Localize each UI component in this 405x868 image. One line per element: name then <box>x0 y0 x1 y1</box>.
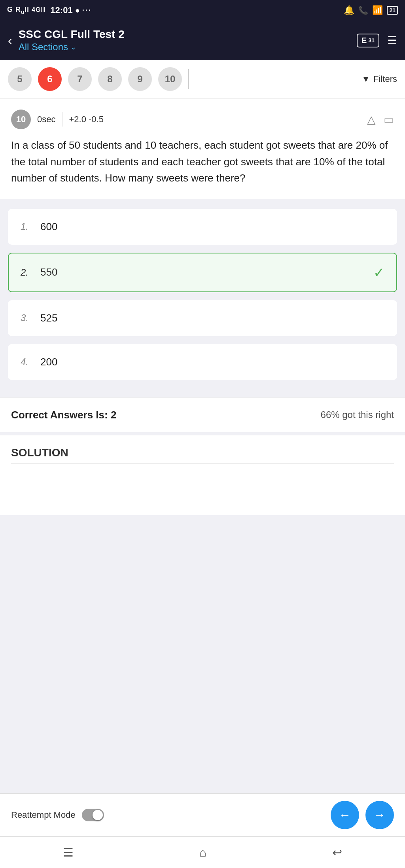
filter-icon: ▼ <box>361 74 370 84</box>
nav-divider <box>188 69 189 89</box>
filter-label: Filters <box>373 74 397 84</box>
phone-icon: 📞 <box>358 6 368 15</box>
system-nav-bar: ☰ ⌂ ↩ <box>0 836 405 868</box>
option-1[interactable]: 1. 600 <box>8 209 397 245</box>
option-4-num: 4. <box>21 356 32 367</box>
reattempt-toggle[interactable] <box>82 809 104 821</box>
question-number-badge: 10 <box>11 110 31 129</box>
q-nav-label: 6 <box>47 74 52 85</box>
option-3-num: 3. <box>21 312 32 323</box>
correct-answer-stat: 66% got this right <box>321 409 394 420</box>
sys-menu-icon[interactable]: ☰ <box>63 845 74 859</box>
option-3-text: 525 <box>40 312 384 324</box>
question-meta: 10 0sec +2.0 -0.5 △ ▭ <box>11 110 394 129</box>
alert-icon[interactable]: △ <box>367 113 376 126</box>
header-title-section: SSC CGL Full Test 2 All Sections ⌄ <box>19 28 350 53</box>
meta-divider <box>62 112 62 127</box>
option-3[interactable]: 3. 525 <box>8 300 397 336</box>
correct-answer-label: Correct Answers Is: 2 <box>11 409 116 421</box>
question-nav-item-9[interactable]: 9 <box>128 67 152 91</box>
reattempt-label: Reattempt Mode <box>11 810 76 820</box>
q-nav-label: 10 <box>165 74 176 85</box>
option-1-text: 600 <box>40 221 384 233</box>
app-header: ‹ SSC CGL Full Test 2 All Sections ⌄ E 3… <box>0 21 405 60</box>
wifi-icon: 📶 <box>372 5 383 15</box>
question-nav-item-5[interactable]: 5 <box>8 67 32 91</box>
header-title: SSC CGL Full Test 2 <box>19 28 350 41</box>
option-4[interactable]: 4. 200 <box>8 344 397 380</box>
question-nav-item-6[interactable]: 6 <box>38 67 62 91</box>
bottom-bar: Reattempt Mode ← → <box>0 793 405 836</box>
status-bar: G Rull 4Gll 12:01 ● ··· 🔔 📞 📶 21 <box>0 0 405 21</box>
option-1-num: 1. <box>21 221 32 232</box>
status-dot: ● <box>75 6 80 15</box>
question-nav-item-8[interactable]: 8 <box>98 67 122 91</box>
language-badge[interactable]: E 31 <box>357 34 379 47</box>
hamburger-menu-icon[interactable]: ☰ <box>387 34 397 47</box>
battery-icon: 21 <box>387 6 398 15</box>
options-container: 1. 600 2. 550 ✓ 3. 525 4. 200 <box>0 199 405 397</box>
all-sections-dropdown[interactable]: All Sections ⌄ <box>19 42 350 53</box>
status-left: G Rull 4Gll 12:01 ● ··· <box>7 5 92 15</box>
status-time: 12:01 <box>50 5 72 15</box>
question-marks: +2.0 -0.5 <box>69 114 103 125</box>
solution-title: SOLUTION <box>11 446 394 464</box>
carrier-text: G Rull 4Gll <box>7 6 45 15</box>
option-2-num: 2. <box>21 267 32 278</box>
correct-check-icon: ✓ <box>373 265 384 280</box>
question-nav-item-10[interactable]: 10 <box>158 67 182 91</box>
option-4-text: 200 <box>40 356 384 368</box>
q-nav-label: 8 <box>107 74 112 85</box>
q-nav-label: 5 <box>17 74 22 85</box>
toggle-thumb <box>93 810 103 820</box>
prev-question-button[interactable]: ← <box>331 801 359 829</box>
next-question-button[interactable]: → <box>365 801 394 829</box>
q-nav-label: 9 <box>137 74 142 85</box>
correct-answer-section: Correct Answers Is: 2 66% got this right <box>0 397 405 432</box>
all-sections-label: All Sections <box>19 42 68 53</box>
question-text: In a class of 50 students and 10 teacher… <box>11 137 394 187</box>
reattempt-section: Reattempt Mode <box>11 809 104 821</box>
back-button[interactable]: ‹ <box>8 33 12 48</box>
scroll-spacer <box>0 515 405 634</box>
status-dots: ··· <box>82 6 92 15</box>
language-sub-num: 31 <box>368 37 375 43</box>
option-2-text: 550 <box>40 266 365 278</box>
filter-button[interactable]: ▼ Filters <box>361 74 397 84</box>
question-time: 0sec <box>37 114 55 125</box>
sys-back-icon[interactable]: ↩ <box>332 845 342 859</box>
solution-section: SOLUTION <box>0 435 405 515</box>
language-letter: E <box>361 36 367 45</box>
bookmark-icon[interactable]: ▭ <box>384 113 394 126</box>
notification-icon: 🔔 <box>344 5 354 15</box>
question-meta-actions: △ ▭ <box>367 113 394 126</box>
status-right: 🔔 📞 📶 21 <box>344 5 398 15</box>
question-navigation: 5 6 7 8 9 10 ▼ Filters <box>0 60 405 98</box>
chevron-down-icon: ⌄ <box>70 43 76 51</box>
navigation-buttons: ← → <box>331 801 394 829</box>
solution-content <box>11 464 394 511</box>
header-actions: E 31 ☰ <box>357 34 397 47</box>
option-2[interactable]: 2. 550 ✓ <box>8 253 397 292</box>
sys-home-icon[interactable]: ⌂ <box>199 846 206 859</box>
question-container: 10 0sec +2.0 -0.5 △ ▭ In a class of 50 s… <box>0 98 405 199</box>
question-nav-item-7[interactable]: 7 <box>68 67 92 91</box>
q-nav-label: 7 <box>77 74 82 85</box>
